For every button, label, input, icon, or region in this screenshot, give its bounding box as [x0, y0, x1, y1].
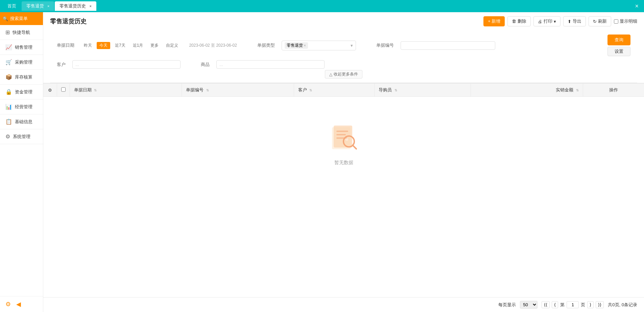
date-more[interactable]: 更多 — [148, 42, 161, 49]
type-select-dropdown[interactable]: ▾ — [351, 43, 353, 48]
sidebar-item-operations[interactable]: 📊 经营管理 — [0, 99, 43, 114]
type-select[interactable]: 零售退货 × ▾ — [282, 41, 356, 50]
th-guide-sort[interactable]: ⇅ — [395, 88, 397, 92]
current-page-input[interactable] — [567, 301, 579, 308]
export-icon: ⬆ — [568, 19, 571, 24]
th-customer-sort[interactable]: ⇅ — [309, 88, 312, 92]
delete-button[interactable]: 🗑 删除 — [507, 16, 531, 26]
filter-row-2: 客户 ... 商品 ... — [57, 60, 630, 69]
display-detail-checkbox[interactable] — [614, 19, 618, 24]
print-label: 打印 — [544, 18, 552, 24]
th-actions: 操作 — [583, 84, 644, 97]
page-unit: 页 — [581, 302, 585, 308]
export-button[interactable]: ⬆ 导出 — [563, 16, 586, 26]
date-label: 单据日期 — [57, 42, 74, 48]
th-date-sort[interactable]: ⇅ — [94, 88, 97, 92]
prev-page-button[interactable]: ⟨ — [552, 301, 558, 308]
svg-rect-2 — [336, 131, 348, 132]
export-label: 导出 — [573, 18, 581, 24]
retail-return-tab-close[interactable]: × — [47, 4, 49, 8]
sidebar: 🔍 搜索菜单 ⊞ 快捷导航 📈 销售管理 🛒 采购管理 📦 库存核算 🔒 资金管… — [0, 12, 43, 312]
retail-return-history-tab-label: 零售退货历史 — [59, 3, 86, 9]
first-page-button[interactable]: ⟨⟨ — [542, 301, 550, 308]
date-1month[interactable]: 近1月 — [130, 42, 146, 49]
th-checkbox[interactable] — [57, 84, 70, 97]
date-yesterday[interactable]: 昨天 — [81, 42, 95, 49]
retail-return-tab-label: 零售退货 — [26, 3, 44, 9]
goods-select[interactable]: ... — [216, 60, 325, 69]
refresh-icon: ↻ — [593, 19, 597, 24]
tab-home[interactable]: 首页 — [3, 1, 21, 11]
number-label: 单据编号 — [376, 42, 394, 48]
date-7days[interactable]: 近7天 — [112, 42, 128, 49]
collapse-icon: △ — [329, 72, 332, 77]
th-number-sort[interactable]: ⇅ — [206, 88, 209, 92]
th-number: 单据编号 ⇅ — [182, 84, 294, 97]
select-all-checkbox[interactable] — [61, 87, 66, 92]
sidebar-item-quick-nav[interactable]: ⊞ 快捷导航 — [0, 25, 43, 40]
tab-retail-return[interactable]: 零售退货 × — [22, 1, 54, 11]
print-button[interactable]: 🖨 打印 ▾ — [533, 16, 560, 26]
th-amount-label: 实销金额 — [556, 87, 573, 92]
page-nav: ⟨⟨ ⟨ 第 页 ⟩ ⟩⟩ — [542, 301, 604, 308]
purchase-icon: 🛒 — [5, 59, 12, 65]
date-today[interactable]: 今天 — [97, 42, 110, 49]
type-tag-remove[interactable]: × — [304, 44, 306, 47]
collapse-sidebar-icon[interactable]: ◀ — [16, 300, 21, 308]
page-size-select[interactable]: 20 50 100 — [520, 301, 538, 309]
number-input[interactable] — [401, 41, 495, 50]
type-tag: 零售退货 × — [285, 42, 308, 49]
content-area: 零售退货历史 + 新增 🗑 删除 🖨 打印 ▾ ⬆ 导出 ↻ — [43, 12, 644, 312]
svg-point-7 — [345, 138, 348, 141]
sidebar-item-inventory[interactable]: 📦 库存核算 — [0, 70, 43, 85]
sidebar-item-purchase-mgmt[interactable]: 🛒 采购管理 — [0, 55, 43, 70]
search-icon: 🔍 — [3, 16, 8, 21]
page-header: 零售退货历史 + 新增 🗑 删除 🖨 打印 ▾ ⬆ 导出 ↻ — [43, 12, 644, 83]
basic-info-icon: 📋 — [5, 118, 12, 125]
next-page-button[interactable]: ⟩ — [587, 301, 594, 308]
tab-bar: 首页 零售退货 × 零售退货历史 × × — [0, 0, 644, 12]
th-amount-sort[interactable]: ⇅ — [576, 88, 579, 92]
customer-select[interactable]: ... — [72, 60, 181, 69]
quick-nav-icon: ⊞ — [5, 29, 10, 36]
svg-rect-3 — [336, 134, 346, 135]
th-settings[interactable]: ⚙ — [43, 84, 57, 97]
print-icon: 🖨 — [538, 19, 542, 24]
main-layout: 🔍 搜索菜单 ⊞ 快捷导航 📈 销售管理 🛒 采购管理 📦 库存核算 🔒 资金管… — [0, 12, 644, 312]
retail-return-history-tab-close[interactable]: × — [89, 4, 91, 8]
sidebar-item-system-mgmt[interactable]: ⚙ 系统管理 — [0, 129, 43, 144]
window-close-button[interactable]: × — [632, 3, 641, 10]
sidebar-item-finance[interactable]: 🔒 资金管理 — [0, 85, 43, 99]
last-page-button[interactable]: ⟩⟩ — [596, 301, 604, 308]
sidebar-item-label: 基础信息 — [15, 119, 32, 125]
sidebar-item-label: 库存核算 — [15, 74, 32, 80]
settings-button[interactable]: 设置 — [607, 47, 630, 56]
date-options: 昨天 今天 近7天 近1月 更多 自定义 — [81, 42, 181, 49]
th-guide: 导购员 ⇅ — [375, 84, 471, 97]
th-number-label: 单据编号 — [186, 87, 204, 92]
sidebar-item-label: 快捷导航 — [13, 29, 30, 36]
new-button[interactable]: + 新增 — [483, 16, 505, 26]
operations-icon: 📊 — [5, 104, 12, 110]
empty-text: 暂无数据 — [334, 160, 353, 166]
display-toggle[interactable]: 显示明细 — [614, 18, 637, 24]
th-date-label: 单据日期 — [74, 87, 92, 92]
sidebar-item-label: 资金管理 — [15, 89, 32, 95]
th-customer: 客户 ⇅ — [294, 84, 374, 97]
date-range-display: 2023-06-02 至 2023-06-02 — [189, 43, 237, 48]
collapse-button[interactable]: △ 收起更多条件 — [325, 70, 362, 79]
refresh-label: 刷新 — [598, 18, 607, 24]
goods-label: 商品 — [201, 62, 210, 68]
query-button[interactable]: 查询 — [607, 35, 630, 45]
refresh-button[interactable]: ↻ 刷新 — [589, 16, 611, 26]
page-label: 第 — [560, 302, 565, 308]
sidebar-item-label: 销售管理 — [15, 44, 32, 50]
settings-bottom-icon[interactable]: ⚙ — [5, 300, 11, 308]
sidebar-item-basic-info[interactable]: 📋 基础信息 — [0, 114, 43, 129]
tab-retail-return-history[interactable]: 零售退货历史 × — [55, 1, 96, 11]
empty-icon — [327, 124, 361, 154]
date-custom[interactable]: 自定义 — [163, 42, 181, 49]
sidebar-search[interactable]: 🔍 搜索菜单 — [0, 12, 43, 25]
system-icon: ⚙ — [5, 133, 10, 140]
sidebar-item-sales-mgmt[interactable]: 📈 销售管理 — [0, 40, 43, 55]
